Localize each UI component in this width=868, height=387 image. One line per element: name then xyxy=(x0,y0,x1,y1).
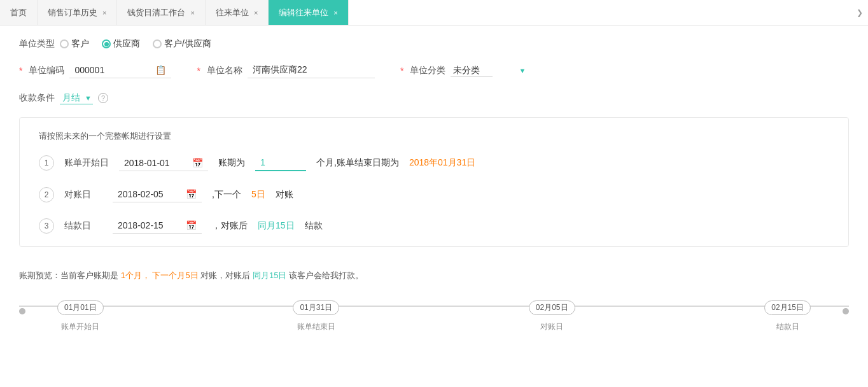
timeline: 01月01日 账单开始日 01月31日 账单结束日 02月05日 对账日 02月… xyxy=(19,294,849,351)
main-content: 单位类型 客户 供应商 客户/供应商 * 单位编码 xyxy=(0,25,868,387)
tab-partner-unit-close[interactable]: × xyxy=(254,9,258,17)
timeline-label-4: 结款日 xyxy=(776,321,799,332)
tab-bar: 首页 销售订单历史 × 钱货日清工作台 × 往来单位 × 编辑往来单位 × ❯ xyxy=(0,0,868,25)
unit-code-input[interactable] xyxy=(74,65,153,75)
period-date-1-wrapper: 📅 xyxy=(119,155,208,171)
payment-terms-help[interactable]: ? xyxy=(98,93,108,103)
radio-supplier[interactable]: 供应商 xyxy=(102,38,140,50)
radio-group: 客户 供应商 客户/供应商 xyxy=(60,38,211,50)
period-box: 请按照未来的一个完整帐期进行设置 1 账单开始日 📅 账期为 个月,账单结束日期… xyxy=(19,117,849,247)
period-date-3-input[interactable] xyxy=(118,220,183,230)
period-row-3: 3 结款日 📅 ，对账后 同月15日 结款 xyxy=(39,218,829,234)
period-2-suffix: 对账 xyxy=(276,189,293,201)
period-row-2: 2 对账日 📅 ,下一个 5日 对账 xyxy=(39,186,829,202)
period-label-1: 账单开始日 xyxy=(64,157,109,169)
preview-label: 账期预览：当前客户账期是 xyxy=(19,271,118,280)
radio-both[interactable]: 客户/供应商 xyxy=(153,38,211,50)
unit-code-input-wrapper: 📋 xyxy=(69,62,171,78)
period-date-2-input[interactable] xyxy=(118,189,183,199)
period-date-3-wrapper: 📅 xyxy=(113,218,202,234)
payment-terms-row: 收款条件 月结 ▼ ? xyxy=(19,91,849,104)
radio-both-label: 客户/供应商 xyxy=(164,38,211,50)
timeline-point-1: 01月01日 账单开始日 xyxy=(57,300,104,332)
timeline-point-2: 01月31日 账单结束日 xyxy=(293,300,339,332)
preview-part2: 下一个月5日 xyxy=(152,271,198,280)
period-2-prefix: ,下一个 xyxy=(212,189,241,201)
timeline-label-2: 账单结束日 xyxy=(297,321,335,332)
timeline-badge-4: 02月15日 xyxy=(764,300,811,315)
unit-type-label: 单位类型 xyxy=(19,38,55,50)
unit-code-star: * xyxy=(19,66,22,76)
period-date-2-icon[interactable]: 📅 xyxy=(186,189,197,199)
payment-terms-select[interactable]: 月结 xyxy=(60,91,93,104)
tab-more-arrow[interactable]: ❯ xyxy=(851,0,868,25)
preview-part3: 同月15日 xyxy=(253,271,286,280)
timeline-point-4: 02月15日 结款日 xyxy=(764,300,811,332)
tab-partner-unit[interactable]: 往来单位 × xyxy=(206,0,269,25)
preview-end: 该客户会给我打款。 xyxy=(289,271,363,280)
tab-sales-history-label: 销售订单历史 xyxy=(48,7,97,18)
period-2-highlight: 5日 xyxy=(251,189,265,201)
preview-section: 账期预览：当前客户账期是 1个月， 下一个月5日 对账，对账后 同月15日 该客… xyxy=(19,260,849,362)
unit-category-arrow: ▼ xyxy=(519,67,526,74)
unit-category-label: 单位分类 xyxy=(410,65,445,76)
period-1-pre-label: 账期为 xyxy=(218,157,245,169)
tab-home[interactable]: 首页 xyxy=(0,0,38,25)
period-1-suffix: 个月,账单结束日期为 xyxy=(316,157,399,169)
tab-edit-partner-close[interactable]: × xyxy=(333,9,337,17)
tab-edit-partner-label: 编辑往来单位 xyxy=(279,7,328,18)
period-num-3: 3 xyxy=(39,218,54,234)
radio-circle-both xyxy=(153,39,162,48)
radio-circle-customer xyxy=(60,39,69,48)
preview-part1: 1个月， xyxy=(121,271,150,280)
period-1-end-date: 2018年01月31日 xyxy=(409,157,475,169)
tab-edit-partner[interactable]: 编辑往来单位 × xyxy=(269,0,348,25)
payment-terms-select-wrapper[interactable]: 月结 ▼ xyxy=(60,91,93,104)
radio-circle-supplier xyxy=(102,39,111,48)
payment-terms-group: 收款条件 月结 ▼ ? xyxy=(19,91,108,104)
preview-text: 账期预览：当前客户账期是 1个月， 下一个月5日 对账，对账后 同月15日 该客… xyxy=(19,270,849,281)
unit-name-label: 单位名称 xyxy=(207,65,242,76)
payment-terms-label: 收款条件 xyxy=(19,92,55,104)
period-3-highlight: 同月15日 xyxy=(258,220,295,232)
unit-type-group: 单位类型 客户 供应商 客户/供应商 xyxy=(19,38,211,50)
unit-category-group: * 单位分类 未分类 ▼ xyxy=(400,64,527,77)
period-num-2: 2 xyxy=(39,187,54,202)
period-3-prefix: ，对账后 xyxy=(212,220,248,232)
period-months-input[interactable] xyxy=(255,155,306,171)
unit-code-label: 单位编码 xyxy=(29,65,64,76)
unit-code-icon[interactable]: 📋 xyxy=(155,65,166,75)
period-3-suffix: 结款 xyxy=(305,220,323,232)
preview-mid: 对账，对账后 xyxy=(200,271,250,280)
timeline-left-dot xyxy=(19,308,25,314)
period-date-3-icon[interactable]: 📅 xyxy=(186,220,197,230)
radio-customer[interactable]: 客户 xyxy=(60,38,89,50)
timeline-points: 01月01日 账单开始日 01月31日 账单结束日 02月05日 对账日 02月… xyxy=(19,300,849,332)
unit-code-group: * 单位编码 📋 xyxy=(19,62,171,78)
period-num-1: 1 xyxy=(39,155,54,171)
unit-name-star: * xyxy=(197,66,200,76)
period-date-2-wrapper: 📅 xyxy=(113,186,202,202)
period-label-2: 对账日 xyxy=(64,189,102,201)
tab-home-label: 首页 xyxy=(10,7,27,18)
unit-category-star: * xyxy=(400,66,403,76)
unit-name-group: * 单位名称 xyxy=(197,62,374,78)
unit-name-input[interactable] xyxy=(248,62,375,78)
timeline-badge-2: 01月31日 xyxy=(293,300,339,315)
tab-cash-work[interactable]: 钱货日清工作台 × xyxy=(117,0,205,25)
period-date-1-input[interactable] xyxy=(124,158,190,168)
timeline-point-3: 02月05日 对账日 xyxy=(529,300,575,332)
unit-category-select-wrapper[interactable]: 未分类 ▼ xyxy=(451,64,527,77)
tab-cash-work-label: 钱货日清工作台 xyxy=(127,7,185,18)
tab-sales-history[interactable]: 销售订单历史 × xyxy=(38,0,117,25)
unit-info-row: * 单位编码 📋 * 单位名称 * 单位分类 未分类 ▼ xyxy=(19,62,849,78)
period-date-1-icon[interactable]: 📅 xyxy=(192,158,203,168)
timeline-right-dot xyxy=(843,308,849,314)
unit-category-select[interactable]: 未分类 xyxy=(451,64,493,77)
timeline-badge-3: 02月05日 xyxy=(529,300,575,315)
unit-type-row: 单位类型 客户 供应商 客户/供应商 xyxy=(19,38,849,50)
tab-sales-history-close[interactable]: × xyxy=(102,9,106,17)
radio-customer-label: 客户 xyxy=(71,38,89,50)
timeline-badge-1: 01月01日 xyxy=(57,300,104,315)
tab-cash-work-close[interactable]: × xyxy=(190,9,194,17)
